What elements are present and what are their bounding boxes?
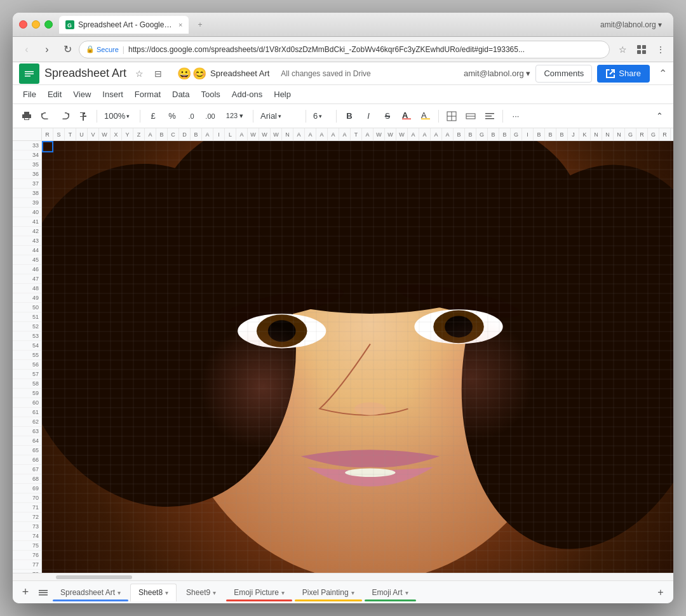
strikethrough-button[interactable]: S̶	[379, 107, 396, 125]
col-header-cell[interactable]: A	[202, 128, 213, 140]
row-number[interactable]: 47	[13, 274, 41, 284]
redo-button[interactable]	[56, 107, 74, 125]
col-header-cell[interactable]: L	[225, 128, 236, 140]
col-header-cell[interactable]: W	[99, 128, 111, 140]
col-header-cell[interactable]: T	[65, 128, 76, 140]
col-header-cell[interactable]: I	[213, 128, 225, 140]
row-number[interactable]: 35	[13, 160, 41, 170]
row-number[interactable]: 46	[13, 265, 41, 274]
decimal00-button[interactable]: .00	[201, 107, 219, 125]
refresh-button[interactable]: ↻	[58, 41, 76, 58]
col-header-cell[interactable]: B	[499, 128, 511, 140]
menu-tools[interactable]: Tools	[196, 86, 225, 103]
col-header-cell[interactable]: B	[156, 128, 168, 140]
row-number[interactable]: 66	[13, 455, 41, 465]
back-button[interactable]: ‹	[18, 41, 36, 58]
star-doc-icon[interactable]: ☆	[131, 66, 147, 81]
menu-file[interactable]: File	[18, 86, 41, 103]
col-header-cell[interactable]: A	[419, 128, 431, 140]
maximize-button[interactable]	[44, 20, 53, 29]
row-number[interactable]: 76	[13, 551, 41, 560]
col-header-cell[interactable]: R	[636, 128, 648, 140]
star-icon[interactable]: ☆	[615, 42, 630, 57]
row-number[interactable]: 58	[13, 379, 41, 389]
sheet-tab[interactable]: Pixel Painting▾	[294, 584, 363, 601]
row-number[interactable]: 56	[13, 360, 41, 370]
row-number[interactable]: 44	[13, 246, 41, 255]
col-header-cell[interactable]: A	[431, 128, 442, 140]
sheet-nav-add-right[interactable]: +	[652, 584, 669, 601]
sheet-tab[interactable]: Spreadsheet Art▾	[52, 584, 129, 601]
col-header-cell[interactable]: W	[271, 128, 282, 140]
row-number[interactable]: 39	[13, 198, 41, 208]
row-number[interactable]: 57	[13, 370, 41, 379]
row-number[interactable]: 34	[13, 151, 41, 160]
col-header-cell[interactable]: J	[568, 128, 579, 140]
col-header-cell[interactable]: R	[659, 128, 671, 140]
row-number[interactable]: 43	[13, 236, 41, 246]
merge-button[interactable]	[462, 107, 480, 125]
col-header-cell[interactable]: A	[408, 128, 419, 140]
row-number[interactable]: 37	[13, 179, 41, 189]
decimal0-button[interactable]: .0	[182, 107, 200, 125]
menu-data[interactable]: Data	[167, 86, 194, 103]
col-header-cell[interactable]: R	[42, 128, 53, 140]
col-header-cell[interactable]: S	[671, 128, 673, 140]
collapse-icon[interactable]: ⌃	[659, 67, 667, 79]
more-button[interactable]: ···	[507, 107, 525, 125]
row-number[interactable]: 75	[13, 541, 41, 551]
close-button[interactable]	[19, 20, 27, 29]
col-header-cell[interactable]: A	[362, 128, 373, 140]
col-header-cell[interactable]: W	[373, 128, 385, 140]
font-select[interactable]: Arial ▾	[257, 108, 302, 124]
minimize-button[interactable]	[32, 20, 40, 29]
col-header-cell[interactable]: G	[648, 128, 659, 140]
borders-button[interactable]	[443, 107, 461, 125]
row-number[interactable]: 64	[13, 436, 41, 446]
sheet-tab[interactable]: Sheet9▾	[178, 584, 224, 601]
row-number[interactable]: 70	[13, 493, 41, 503]
col-header-cell[interactable]: D	[179, 128, 191, 140]
more-icon[interactable]: ⋮	[653, 42, 668, 57]
row-number[interactable]: 65	[13, 446, 41, 455]
col-header-cell[interactable]: A	[236, 128, 248, 140]
col-header-cell[interactable]: B	[465, 128, 476, 140]
col-header-cell[interactable]: G	[476, 128, 488, 140]
row-number[interactable]: 40	[13, 208, 41, 217]
col-header-cell[interactable]: Z	[133, 128, 145, 140]
col-header-cell[interactable]: N	[591, 128, 602, 140]
col-header-cell[interactable]: N	[282, 128, 293, 140]
col-header-cell[interactable]: W	[396, 128, 408, 140]
row-number[interactable]: 63	[13, 427, 41, 436]
row-number[interactable]: 53	[13, 331, 41, 341]
row-number[interactable]: 62	[13, 417, 41, 427]
undo-button[interactable]	[37, 107, 55, 125]
sheet-tab[interactable]: Sheet8▾	[130, 584, 177, 601]
menu-help[interactable]: Help	[269, 86, 296, 103]
col-header-cell[interactable]: X	[111, 128, 122, 140]
row-number[interactable]: 73	[13, 522, 41, 532]
currency-button[interactable]: £	[144, 107, 162, 125]
col-header-cell[interactable]: W	[259, 128, 271, 140]
sheet-tab[interactable]: Emoji Picture▾	[225, 584, 293, 601]
col-header-cell[interactable]: A	[145, 128, 156, 140]
browser-tab-new[interactable]: +	[191, 16, 208, 34]
paintformat-button[interactable]	[75, 107, 93, 125]
row-number[interactable]: 54	[13, 341, 41, 351]
col-header-cell[interactable]: K	[579, 128, 591, 140]
col-header-cell[interactable]: B	[191, 128, 202, 140]
menu-format[interactable]: Format	[130, 86, 166, 103]
col-header-cell[interactable]: Y	[122, 128, 133, 140]
menu-view[interactable]: View	[68, 86, 96, 103]
col-header-cell[interactable]: I	[522, 128, 534, 140]
row-number[interactable]: 72	[13, 512, 41, 522]
row-number[interactable]: 45	[13, 255, 41, 265]
moreformats-button[interactable]: 123 ▾	[220, 107, 249, 125]
row-number[interactable]: 48	[13, 284, 41, 293]
row-number[interactable]: 49	[13, 293, 41, 303]
move-doc-icon[interactable]: ⊟	[151, 66, 166, 81]
col-header-cell[interactable]: N	[614, 128, 625, 140]
row-number[interactable]: 41	[13, 217, 41, 227]
row-number[interactable]: 59	[13, 389, 41, 398]
italic-button[interactable]: I	[360, 107, 377, 125]
